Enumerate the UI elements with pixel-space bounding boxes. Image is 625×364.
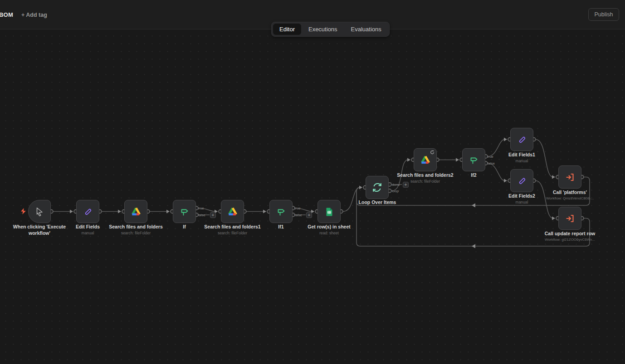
pencil-icon (83, 206, 93, 217)
google-drive-icon (130, 206, 142, 218)
google-drive-icon (420, 154, 431, 166)
add-node-button[interactable]: + (306, 212, 312, 218)
node-edit-fields2[interactable] (510, 169, 533, 192)
node-get-rows-in-sheet[interactable] (317, 200, 341, 223)
node-when-clicking-execute-workflow[interactable] (28, 200, 51, 223)
cursor-icon (34, 206, 45, 217)
node-search-files-and-folders2[interactable] (414, 148, 437, 171)
port-label-false: false (198, 213, 205, 217)
lightning-bolt-icon (21, 208, 26, 214)
node-if1[interactable] (269, 200, 293, 223)
node-caption: If2 (438, 172, 510, 179)
google-drive-icon (227, 206, 239, 218)
publish-button[interactable]: Publish (588, 8, 619, 21)
tab-editor[interactable]: Editor (273, 24, 301, 35)
retry-icon (430, 150, 435, 155)
port-label-true: true (198, 206, 204, 210)
node-loop-over-items[interactable] (366, 176, 389, 199)
if-branch-icon (469, 155, 479, 165)
tab-evaluations[interactable]: Evaluations (345, 24, 388, 35)
port-label-loop: loop (392, 189, 399, 193)
google-sheets-icon (324, 206, 335, 217)
node-search-files-and-folders1[interactable] (221, 200, 244, 223)
node-if[interactable] (173, 200, 196, 223)
workflow-name[interactable]: BOM (0, 11, 13, 18)
node-call-platforms[interactable] (558, 165, 581, 189)
port-label-false: false (294, 213, 302, 217)
pencil-icon (517, 134, 527, 145)
node-caption: Call update report row Workflow: gI21ZOO… (534, 231, 606, 242)
node-if2[interactable] (462, 148, 485, 171)
add-tag-button[interactable]: + Add tag (21, 12, 47, 18)
node-caption: Get row(s) in sheet read: sheet (293, 224, 366, 235)
node-caption: Call 'platforms' Workflow: Qmz8VendC808-… (534, 189, 606, 201)
node-search-files-and-folders[interactable] (124, 200, 147, 223)
node-call-update-report-row[interactable] (558, 207, 581, 230)
node-caption: Edit Fields1 manual (486, 152, 558, 163)
loop-icon (371, 182, 383, 193)
if-branch-icon (179, 206, 190, 217)
tab-executions[interactable]: Executions (302, 24, 344, 35)
if-branch-icon (276, 206, 287, 217)
execute-workflow-icon (565, 172, 576, 183)
execute-workflow-icon (565, 213, 576, 224)
port-label-true: true (294, 206, 301, 210)
view-tab-bar: Editor Executions Evaluations (271, 22, 390, 37)
node-edit-fields1[interactable] (510, 128, 533, 151)
node-caption: Loop Over Items (341, 199, 414, 206)
app-window: BOM + Add tag Publish Editor Executions … (0, 0, 625, 364)
node-edit-fields[interactable] (76, 200, 99, 223)
add-node-button[interactable]: + (210, 212, 216, 218)
pencil-icon (517, 175, 527, 186)
